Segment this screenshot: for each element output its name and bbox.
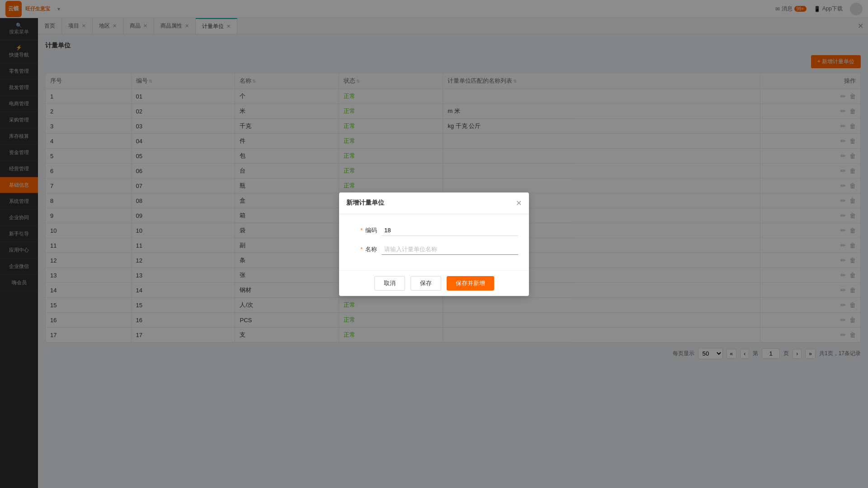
modal-footer: 取消 保存 保存并新增 bbox=[339, 270, 529, 296]
code-label: * 编码 bbox=[350, 226, 377, 235]
modal-body: * 编码 * 名称 bbox=[339, 214, 529, 270]
modal-close-btn[interactable]: ✕ bbox=[516, 199, 522, 207]
modal-title: 新增计量单位 bbox=[346, 199, 384, 207]
save-button[interactable]: 保存 bbox=[410, 276, 441, 291]
save-and-new-button[interactable]: 保存并新增 bbox=[447, 276, 494, 291]
form-row-name: * 名称 bbox=[350, 244, 518, 255]
modal-header: 新增计量单位 ✕ bbox=[339, 192, 529, 214]
modal-overlay[interactable]: 新增计量单位 ✕ * 编码 * 名称 取消 保存 保存并新增 bbox=[0, 0, 868, 488]
name-label: * 名称 bbox=[350, 245, 377, 253]
modal-box: 新增计量单位 ✕ * 编码 * 名称 取消 保存 保存并新增 bbox=[339, 192, 529, 296]
form-row-code: * 编码 bbox=[350, 225, 518, 236]
cancel-button[interactable]: 取消 bbox=[374, 276, 405, 291]
code-input[interactable] bbox=[382, 225, 518, 236]
name-input[interactable] bbox=[382, 244, 518, 255]
